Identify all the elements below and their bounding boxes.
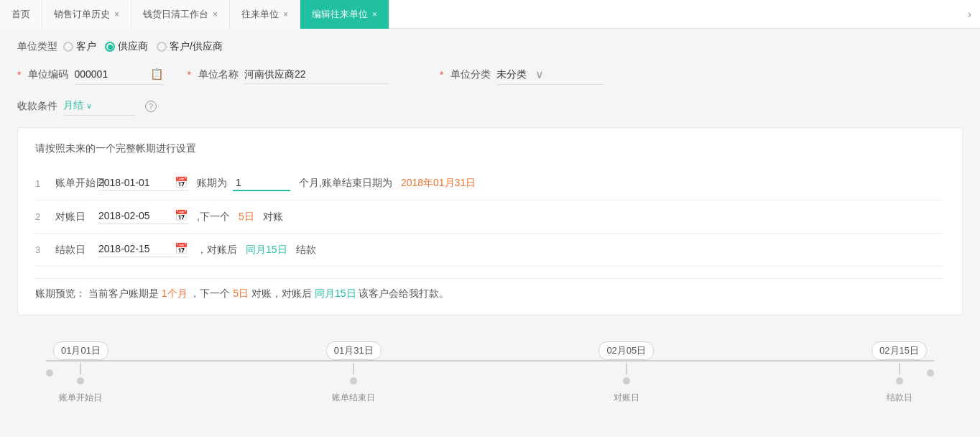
timeline-dot-2 [350,377,357,385]
period-row-1-date-input[interactable] [98,177,170,188]
tab-cash-work[interactable]: 钱货日清工作台 × [131,0,230,29]
period-row-3-num: 3 [35,244,55,255]
tab-sales-history-close[interactable]: × [114,9,119,19]
period-row-3: 3 结款日 📅 ，对账后 同月15日 结款 [35,234,945,267]
period-row-1-num: 1 [35,178,55,189]
timeline-dot-3 [623,377,630,385]
unit-category-select[interactable]: 未分类 ∨ [496,65,604,85]
card-title: 请按照未来的一个完整帐期进行设置 [35,142,945,155]
timeline-section: 01月01日 账单开始日 01月31日 账单结束日 [17,330,963,410]
radio-both-label: 客户/供应商 [170,40,223,53]
card-panel: 请按照未来的一个完整帐期进行设置 1 账单开始日 📅 账期为 个月,账单结束日期… [17,127,963,316]
preview-text-4: 5日 [233,288,249,299]
tab-home[interactable]: 首页 [0,0,42,29]
tabs-bar: 首页 销售订单历史 × 钱货日清工作台 × 往来单位 × 编辑往来单位 × › [0,0,980,29]
preview-text-5: 对账，对账后 [251,288,312,299]
period-row-2-field: 对账日 [55,211,98,224]
tab-partner[interactable]: 往来单位 × [230,0,300,29]
tab-home-label: 首页 [11,8,30,21]
tab-edit-partner-close[interactable]: × [372,9,377,19]
period-row-3-date-input[interactable] [98,243,170,254]
preview-label: 账期预览： [35,288,85,299]
payment-terms-value: 月结 [63,99,83,112]
unit-category-star: * [440,69,443,80]
period-row-3-desc-before: ，对账后 [197,244,237,257]
preview-text-1: 当前客户账期是 [88,288,159,299]
unit-type-row: 单位类型 客户 供应商 客户/供应商 [17,40,963,53]
radio-supplier[interactable]: 供应商 [105,40,148,53]
preview-section: 账期预览： 当前客户账期是 1个月 ，下一个 5日 对账，对账后 同月15日 该… [35,278,945,300]
unit-type-group: 单位类型 客户 供应商 客户/供应商 [17,40,223,53]
help-icon[interactable]: ? [145,101,157,112]
preview-text-6: 同月15日 [315,288,356,299]
period-row-1-period-num[interactable] [233,175,290,191]
payment-terms-select[interactable]: 月结 ∨ [63,96,135,116]
payment-terms-label: 收款条件 [17,100,57,113]
unit-code-input-wrap: 📋 [74,65,164,85]
timeline-left-dot [46,369,53,377]
period-row-2-date-input[interactable] [98,210,170,221]
tab-sales-history-label: 销售订单历史 [54,8,110,21]
payment-terms-arrow: ∨ [86,101,92,111]
tab-edit-partner-label: 编辑往来单位 [312,8,368,21]
timeline-node-1: 01月01日 账单开始日 [53,341,108,404]
unit-name-label: 单位名称 [198,68,239,81]
period-row-2-calendar[interactable]: 📅 [175,209,188,222]
period-row-1-date-wrap: 📅 [98,176,188,191]
period-row-2-highlight1: 5日 [239,211,254,224]
unit-type-label: 单位类型 [17,40,57,53]
period-row-3-field: 结款日 [55,244,98,257]
tab-sales-history[interactable]: 销售订单历史 × [42,0,131,29]
timeline-node-2: 01月31日 账单结束日 [326,341,382,404]
timeline-node-3: 02月05日 对账日 [598,341,654,404]
period-row-1-field: 账单开始日 [55,177,98,190]
radio-group: 客户 供应商 客户/供应商 [63,40,223,53]
unit-category-arrow: ∨ [535,68,544,81]
period-row-2-num: 2 [35,211,55,222]
period-row-1-desc-before: 账期为 [197,177,227,190]
period-row-3-desc-after: 结款 [296,244,316,257]
period-row-3-calendar[interactable]: 📅 [175,242,188,255]
unit-category-label: 单位分类 [450,68,491,81]
unit-code-star: * [17,69,21,80]
radio-customer[interactable]: 客户 [63,40,96,53]
unit-code-input[interactable] [74,65,146,83]
timeline-badge-1: 01月01日 [53,341,108,360]
timeline-dot-4 [896,377,903,385]
preview-text-7: 该客户会给我打款。 [359,288,449,299]
period-row-3-highlight2: 同月15日 [246,244,287,257]
tab-edit-partner[interactable]: 编辑往来单位 × [300,0,389,29]
preview-text-3: ，下一个 [190,288,230,299]
radio-customer-circle [63,42,73,52]
radio-both-circle [157,42,167,52]
unit-name-input[interactable] [244,66,388,84]
tab-cash-work-close[interactable]: × [213,9,218,19]
timeline-right-dot [927,369,934,377]
period-row-2-date-wrap: 📅 [98,209,188,224]
tab-partner-label: 往来单位 [241,8,279,21]
unit-code-label: 单位编码 [28,68,68,81]
preview-text-2: 1个月 [162,288,188,299]
period-row-1-calendar[interactable]: 📅 [175,176,188,189]
tab-scroll-arrow[interactable]: › [959,8,980,21]
tab-partner-close[interactable]: × [283,9,288,19]
timeline-label-4: 结款日 [887,392,912,404]
timeline-badge-3: 02月05日 [598,341,654,360]
period-row-1-end-date: 2018年01月31日 [401,177,476,190]
unit-info-row: * 单位编码 📋 * 单位名称 * 单位分类 未分类 ∨ [17,65,963,85]
timeline-dot-1 [77,377,84,385]
radio-customer-label: 客户 [76,40,96,53]
unit-name-star: * [187,69,190,80]
timeline-badge-2: 01月31日 [326,341,382,360]
main-content: 单位类型 客户 供应商 客户/供应商 * 单位编码 [0,29,980,437]
radio-supplier-label: 供应商 [118,40,148,53]
period-row-2-desc-before: ,下一个 [197,211,230,224]
timeline-label-2: 账单结束日 [332,392,375,404]
radio-both[interactable]: 客户/供应商 [157,40,223,53]
timeline-label-3: 对账日 [614,392,639,404]
radio-supplier-circle [105,42,115,52]
unit-code-copy-icon[interactable]: 📋 [150,68,164,80]
period-row-3-date-wrap: 📅 [98,242,188,257]
period-row-1-desc-after: 个月,账单结束日期为 [299,177,392,190]
unit-category-group: * 单位分类 未分类 ∨ [440,65,604,85]
